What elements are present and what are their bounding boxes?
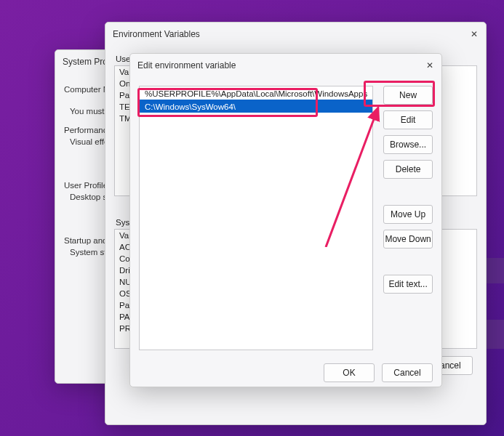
edit-dialog-buttons: New Edit Browse... Delete Move Up Move D… [383,86,433,350]
cancel-button[interactable]: Cancel [382,363,433,382]
environment-variables-title-bar: Environment Variables ✕ [105,23,486,46]
delete-button[interactable]: Delete [383,160,433,179]
edit-button[interactable]: Edit [383,110,433,129]
list-item[interactable]: C:\Windows\SysWow64\ [140,100,372,113]
close-icon[interactable]: ✕ [423,58,437,73]
move-down-button[interactable]: Move Down [383,230,433,249]
edit-dialog-title-bar: Edit environment variable ✕ [130,54,441,77]
path-list[interactable]: %USERPROFILE%\AppData\Local\Microsoft\Wi… [139,86,373,350]
edit-dialog-title: Edit environment variable [137,60,236,70]
move-up-button[interactable]: Move Up [383,205,433,224]
browse-button[interactable]: Browse... [383,135,433,154]
new-button[interactable]: New [383,86,433,105]
edit-text-button[interactable]: Edit text... [383,275,433,294]
ok-button[interactable]: OK [324,363,375,382]
list-item[interactable]: %USERPROFILE%\AppData\Local\Microsoft\Wi… [140,86,372,100]
environment-variables-title: Environment Variables [113,29,200,39]
close-icon[interactable]: ✕ [467,27,481,41]
edit-environment-variable-dialog: Edit environment variable ✕ %USERPROFILE… [129,53,442,387]
